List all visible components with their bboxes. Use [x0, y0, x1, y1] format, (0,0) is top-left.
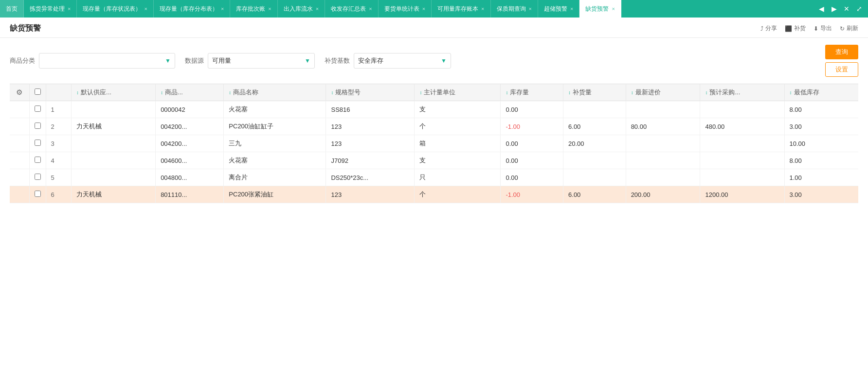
nav-tab-3[interactable]: 现存量（库存分布表）×	[154, 0, 230, 18]
gear-icon[interactable]: ⚙	[16, 88, 22, 96]
nav-tab-0[interactable]: 首页	[0, 0, 24, 18]
row-checkbox-0[interactable]	[35, 106, 41, 112]
replenish-value: 安全库存	[358, 56, 383, 65]
nav-prev-button[interactable]: ◀	[815, 3, 827, 15]
replenish-label: 补货基数	[325, 56, 350, 65]
tab-close-icon-7[interactable]: ×	[422, 6, 425, 12]
th-latest-price: ↕ 最新进价	[626, 84, 700, 101]
table-container: ⚙ ↕ 默认供应... ↕ 商	[0, 84, 868, 203]
tab-close-icon-10[interactable]: ×	[570, 6, 573, 12]
th-unit-sort-icon: ↕	[419, 90, 422, 95]
row-estpurchase-cell: 1200.00	[700, 186, 784, 203]
nav-tab-2[interactable]: 现存量（库存状况表）×	[77, 0, 153, 18]
table-row[interactable]: 3 004200... 三九 123 箱 0.00 20.00 10.00	[10, 135, 858, 152]
row-supplier-cell	[72, 169, 156, 186]
nav-tab-11[interactable]: 缺货预警×	[579, 0, 621, 18]
refresh-icon: ↻	[840, 25, 845, 32]
th-spec: ↕ 规格型号	[326, 84, 415, 101]
datasource-value: 可用量	[212, 56, 231, 65]
th-supplier-sort-icon: ↕	[76, 90, 79, 95]
nav-tab-10[interactable]: 超储预警×	[538, 0, 579, 18]
nav-close-button[interactable]: ✕	[841, 3, 852, 15]
tab-close-icon-6[interactable]: ×	[369, 6, 372, 12]
row-num-cell: 5	[46, 169, 72, 186]
tab-close-icon-5[interactable]: ×	[316, 6, 319, 12]
row-minstock-cell: 10.00	[784, 135, 858, 152]
row-name-cell: PC200张紧油缸	[224, 186, 326, 203]
row-price-cell: 80.00	[626, 118, 700, 135]
row-price-cell	[626, 152, 700, 169]
table-row[interactable]: 5 004800... 离合片 DS250*23c... 只 0.00 1.00	[10, 169, 858, 186]
row-check-cell	[29, 118, 46, 135]
row-unit-cell: 支	[415, 152, 501, 169]
header-actions: ⤴ 分享 ⬛ 补货 ⬇ 导出 ↻ 刷新	[760, 24, 858, 33]
row-unit-cell: 箱	[415, 135, 501, 152]
row-gear-cell	[10, 118, 29, 135]
category-select[interactable]: ▼	[39, 53, 175, 69]
refresh-button[interactable]: ↻ 刷新	[840, 24, 858, 33]
row-name-cell: 火花塞	[224, 101, 326, 118]
row-stock-cell: -1.00	[501, 186, 563, 203]
tab-close-icon-4[interactable]: ×	[268, 6, 271, 12]
table-row[interactable]: 1 0000042 火花塞 SS816 支 0.00 8.00	[10, 101, 858, 118]
nav-tab-7[interactable]: 要货单统计表×	[379, 0, 432, 18]
setting-button[interactable]: 设置	[825, 62, 858, 77]
tab-close-icon-1[interactable]: ×	[68, 6, 71, 12]
tab-close-icon-3[interactable]: ×	[221, 6, 224, 12]
row-minstock-cell: 8.00	[784, 101, 858, 118]
row-check-cell	[29, 169, 46, 186]
nav-bar: 首页拣货异常处理×现存量（库存状况表）×现存量（库存分布表）×库存批次账×出入库…	[0, 0, 868, 18]
nav-tab-6[interactable]: 收发存汇总表×	[325, 0, 378, 18]
row-unit-cell: 个	[415, 186, 501, 203]
nav-controls: ◀ ▶ ✕ ⤢	[813, 3, 868, 15]
tab-close-icon-8[interactable]: ×	[481, 6, 484, 12]
tab-close-icon-9[interactable]: ×	[529, 6, 532, 12]
row-stock-cell: -1.00	[501, 118, 563, 135]
row-code-cell: 004600...	[156, 152, 224, 169]
replenish-select[interactable]: 安全库存 ▼	[354, 53, 451, 69]
replenish-button[interactable]: ⬛ 补货	[785, 24, 806, 33]
datasource-label: 数据源	[185, 56, 204, 65]
select-all-checkbox[interactable]	[35, 88, 41, 95]
row-checkbox-3[interactable]	[35, 157, 41, 163]
th-name-sort-icon: ↕	[229, 90, 231, 95]
nav-tab-4[interactable]: 库存批次账×	[230, 0, 277, 18]
row-unit-cell: 只	[415, 169, 501, 186]
nav-expand-button[interactable]: ⤢	[853, 3, 865, 15]
row-checkbox-4[interactable]	[35, 174, 41, 180]
th-code-sort-icon: ↕	[161, 90, 163, 95]
nav-tab-5[interactable]: 出入库流水×	[278, 0, 325, 18]
row-stock-cell: 0.00	[501, 135, 563, 152]
row-num-cell: 2	[46, 118, 72, 135]
datasource-select[interactable]: 可用量 ▼	[208, 53, 315, 69]
tab-close-icon-11[interactable]: ×	[612, 6, 615, 12]
table-row[interactable]: 2 力天机械 004200... PC200油缸缸子 123 个 -1.00 6…	[10, 118, 858, 135]
row-name-cell: 火花塞	[224, 152, 326, 169]
row-price-cell: 200.00	[626, 186, 700, 203]
row-gear-cell	[10, 152, 29, 169]
th-repqty-sort-icon: ↕	[568, 90, 571, 95]
category-filter-group: 商品分类 ▼	[10, 53, 175, 69]
nav-tab-9[interactable]: 保质期查询×	[491, 0, 538, 18]
row-checkbox-5[interactable]	[35, 191, 41, 197]
row-gear-cell	[10, 135, 29, 152]
query-button[interactable]: 查询	[825, 45, 858, 59]
row-estpurchase-cell	[700, 101, 784, 118]
row-stock-cell: 0.00	[501, 152, 563, 169]
th-min-stock: ↕ 最低库存	[784, 84, 858, 101]
nav-tab-8[interactable]: 可用量库存账本×	[432, 0, 490, 18]
nav-next-button[interactable]: ▶	[828, 3, 840, 15]
row-checkbox-2[interactable]	[35, 140, 41, 146]
share-button[interactable]: ⤴ 分享	[760, 24, 777, 33]
row-unit-cell: 支	[415, 101, 501, 118]
table-row[interactable]: 6 力天机械 801110... PC200张紧油缸 123 个 -1.00 6…	[10, 186, 858, 203]
row-check-cell	[29, 152, 46, 169]
th-product-code: ↕ 商品...	[156, 84, 224, 101]
row-check-cell	[29, 186, 46, 203]
nav-tab-1[interactable]: 拣货异常处理×	[24, 0, 77, 18]
table-row[interactable]: 4 004600... 火花塞 J7092 支 0.00 8.00	[10, 152, 858, 169]
row-checkbox-1[interactable]	[35, 123, 41, 129]
tab-close-icon-2[interactable]: ×	[144, 6, 147, 12]
export-button[interactable]: ⬇ 导出	[814, 24, 832, 33]
row-estpurchase-cell: 480.00	[700, 118, 784, 135]
